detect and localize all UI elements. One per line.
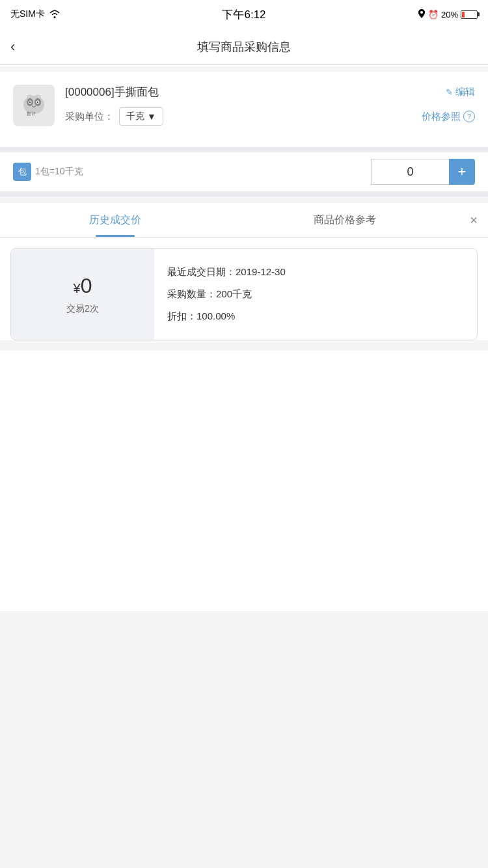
product-name-row: [0000006]手撕面包 ✎ 编辑: [65, 85, 475, 100]
product-logo: 数计: [13, 85, 55, 126]
discount-value: 100.00%: [197, 310, 235, 321]
help-icon: ?: [463, 111, 475, 122]
trade-count-label: 交易2次: [66, 303, 99, 315]
product-info: [0000006]手撕面包 ✎ 编辑 采购单位： 千克 ▼ 价格参照 ?: [65, 85, 475, 126]
currency-symbol: ¥: [74, 281, 81, 295]
tabs-header: 历史成交价 商品价格参考 ×: [0, 203, 488, 237]
recent-date-label: 最近成交日期：: [167, 266, 236, 277]
page-rest: [0, 351, 488, 611]
status-bar: 无SIM卡 下午6:12 ⏰ 20%: [0, 0, 488, 29]
close-tab-button[interactable]: ×: [459, 203, 488, 237]
status-right: ⏰ 20%: [418, 9, 478, 20]
unit-icon-box: 包: [13, 163, 31, 181]
page-title: 填写商品采购信息: [197, 39, 291, 55]
svg-text:数计: 数计: [27, 111, 36, 116]
section-divider: [0, 147, 488, 152]
tab1-label: 历史成交价: [89, 213, 141, 227]
section-divider-2: [0, 191, 488, 197]
price-card: ¥0 交易2次 最近成交日期：2019-12-30 采购数量：200千克 折扣：…: [10, 248, 478, 340]
discount-row: 折扣：100.00%: [167, 308, 464, 324]
unit-value: 千克: [126, 111, 144, 122]
svg-point-6: [29, 101, 31, 102]
product-section: 数计 [0000006]手撕面包 ✎ 编辑 采购单位： 千克 ▼: [0, 72, 488, 147]
product-logo-icon: 数计: [18, 88, 49, 124]
recent-date-row: 最近成交日期：2019-12-30: [167, 264, 464, 280]
status-left: 无SIM卡: [10, 8, 61, 20]
nav-bar: ‹ 填写商品采购信息: [0, 29, 488, 65]
svg-point-0: [420, 11, 423, 14]
quantity-input-area: +: [91, 159, 475, 185]
discount-label: 折扣：: [167, 310, 197, 321]
quantity-row-value: 200千克: [216, 288, 252, 299]
recent-date-value: 2019-12-30: [236, 266, 286, 277]
unit-select-dropdown[interactable]: 千克 ▼: [119, 107, 163, 126]
svg-point-7: [37, 101, 38, 102]
price-display: ¥0: [74, 274, 92, 298]
tab-history-price[interactable]: 历史成交价: [0, 203, 230, 237]
quantity-section: 包 1包=10千克 +: [0, 152, 488, 191]
quantity-row-label: 采购数量：: [167, 288, 216, 299]
status-time: 下午6:12: [222, 7, 265, 22]
product-name: [0000006]手撕面包: [65, 85, 446, 100]
quantity-row: 采购数量：200千克: [167, 286, 464, 302]
unit-badge: 包 1包=10千克: [13, 163, 83, 181]
price-card-left: ¥0 交易2次: [11, 249, 154, 340]
battery-icon: [461, 10, 478, 19]
purchase-unit-row: 采购单位： 千克 ▼ 价格参照 ?: [65, 107, 475, 126]
unit-conversion-label: 1包=10千克: [35, 166, 83, 178]
tab-active-indicator: [96, 235, 135, 237]
tab-section: 历史成交价 商品价格参考 × ¥0 交易2次 最近成交日期：2019-12-30…: [0, 203, 488, 340]
price-value: 0: [81, 274, 92, 297]
edit-button[interactable]: ✎ 编辑: [446, 86, 475, 98]
product-header: 数计 [0000006]手撕面包 ✎ 编辑 采购单位： 千克 ▼: [13, 85, 475, 126]
quantity-input[interactable]: [371, 159, 449, 185]
carrier-label: 无SIM卡: [10, 8, 45, 20]
battery-percent: 20%: [441, 10, 458, 20]
tab-product-price-ref[interactable]: 商品价格参考: [230, 203, 459, 237]
edit-icon: ✎: [446, 87, 453, 97]
price-ref-label: 价格参照: [422, 111, 461, 123]
edit-label: 编辑: [455, 86, 475, 98]
back-button[interactable]: ‹: [5, 33, 20, 61]
alarm-icon: ⏰: [428, 10, 439, 20]
price-reference-button[interactable]: 价格参照 ?: [422, 111, 475, 123]
plus-button[interactable]: +: [449, 159, 475, 185]
dropdown-arrow-icon: ▼: [147, 111, 156, 122]
wifi-icon: [49, 9, 61, 20]
price-card-right: 最近成交日期：2019-12-30 采购数量：200千克 折扣：100.00%: [154, 249, 477, 340]
location-icon: [418, 9, 426, 20]
tab2-label: 商品价格参考: [314, 213, 376, 227]
unit-label: 采购单位：: [65, 111, 114, 123]
